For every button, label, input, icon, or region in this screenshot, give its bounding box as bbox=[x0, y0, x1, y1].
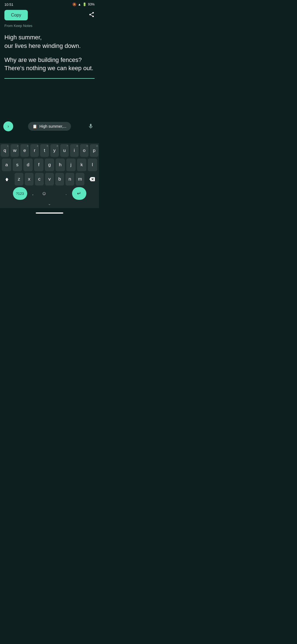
poem-stanza-2: Why are we building fences? There's noth… bbox=[4, 56, 95, 73]
status-time: 10:51 bbox=[4, 2, 13, 7]
status-bar: 10:51 🔕 ▲ 🔋 93% bbox=[0, 0, 99, 8]
copy-button[interactable]: Copy bbox=[4, 10, 28, 20]
key-k[interactable]: k bbox=[77, 159, 86, 171]
poem-text: High summer, our lives here winding down… bbox=[4, 33, 95, 73]
keyboard-chevron-row: ⌄ bbox=[1, 201, 98, 206]
key-shift[interactable] bbox=[1, 173, 13, 185]
key-p[interactable]: 0p bbox=[90, 144, 98, 157]
keyboard-row-4: ?123 , ☺ . ↵ bbox=[1, 187, 98, 200]
key-emoji[interactable]: ☺ bbox=[39, 187, 50, 200]
key-o[interactable]: 9o bbox=[80, 144, 89, 157]
key-space[interactable] bbox=[51, 187, 61, 200]
key-comma[interactable]: , bbox=[29, 187, 37, 200]
key-m[interactable]: m bbox=[76, 173, 84, 185]
keyboard-down-chevron[interactable]: ⌄ bbox=[48, 201, 51, 206]
keyboard[interactable]: 1q 2w 3e 4r 5t 6y 7u 8i 9o 0p a s d f g … bbox=[0, 143, 99, 208]
clipboard-bar: › 📋 High summer,... bbox=[0, 119, 99, 133]
divider bbox=[4, 78, 95, 79]
keyboard-row-1: 1q 2w 3e 4r 5t 6y 7u 8i 9o 0p bbox=[1, 144, 98, 157]
key-c[interactable]: c bbox=[35, 173, 44, 185]
key-period[interactable]: . bbox=[62, 187, 71, 200]
key-q[interactable]: 1q bbox=[1, 144, 9, 157]
key-enter[interactable]: ↵ bbox=[72, 187, 86, 200]
key-e[interactable]: 3e bbox=[20, 144, 29, 157]
key-y[interactable]: 6y bbox=[50, 144, 59, 157]
top-actions: Copy bbox=[0, 8, 99, 23]
home-indicator bbox=[36, 212, 63, 214]
key-j[interactable]: j bbox=[66, 159, 76, 171]
key-n[interactable]: n bbox=[65, 173, 74, 185]
key-numbers[interactable]: ?123 bbox=[13, 187, 27, 200]
share-icon[interactable] bbox=[89, 12, 95, 19]
clipboard-text: High summer,... bbox=[39, 124, 66, 129]
wifi-icon: ▲ bbox=[78, 2, 81, 6]
key-delete[interactable] bbox=[86, 173, 98, 185]
poem-line-3: Why are we building fences? bbox=[4, 56, 82, 63]
key-v[interactable]: v bbox=[45, 173, 54, 185]
clipboard-pill[interactable]: 📋 High summer,... bbox=[28, 122, 71, 131]
key-a[interactable]: a bbox=[2, 159, 11, 171]
poem-line-1: High summer, bbox=[4, 34, 42, 41]
key-x[interactable]: x bbox=[25, 173, 34, 185]
poem-stanza-1: High summer, our lives here winding down… bbox=[4, 33, 95, 50]
chevron-button[interactable]: › bbox=[3, 121, 13, 131]
key-d[interactable]: d bbox=[23, 159, 33, 171]
key-u[interactable]: 7u bbox=[60, 144, 69, 157]
mic-button[interactable] bbox=[86, 121, 96, 131]
key-h[interactable]: h bbox=[56, 159, 65, 171]
clipboard-icon: 📋 bbox=[32, 124, 37, 129]
keyboard-row-2: a s d f g h j k l bbox=[1, 159, 98, 171]
key-b[interactable]: b bbox=[55, 173, 64, 185]
key-w[interactable]: 2w bbox=[10, 144, 19, 157]
key-g[interactable]: g bbox=[45, 159, 54, 171]
key-z[interactable]: z bbox=[15, 173, 23, 185]
key-s[interactable]: s bbox=[13, 159, 22, 171]
key-l[interactable]: l bbox=[88, 159, 97, 171]
poem-line-2: our lives here winding down. bbox=[4, 42, 81, 49]
key-r[interactable]: 4r bbox=[30, 144, 39, 157]
battery-icon: 🔋 bbox=[82, 2, 87, 6]
source-label: From Keep Notes bbox=[0, 23, 99, 31]
poem-line-4: There's nothing we can keep out. bbox=[4, 65, 93, 72]
key-i[interactable]: 8i bbox=[70, 144, 79, 157]
main-content: High summer, our lives here winding down… bbox=[0, 31, 99, 83]
battery-percent: 93% bbox=[88, 2, 95, 6]
keyboard-row-3: z x c v b n m bbox=[1, 173, 98, 185]
key-f[interactable]: f bbox=[34, 159, 43, 171]
mute-icon: 🔕 bbox=[72, 2, 76, 6]
key-t[interactable]: 5t bbox=[40, 144, 49, 157]
status-icons: 🔕 ▲ 🔋 93% bbox=[72, 2, 95, 6]
